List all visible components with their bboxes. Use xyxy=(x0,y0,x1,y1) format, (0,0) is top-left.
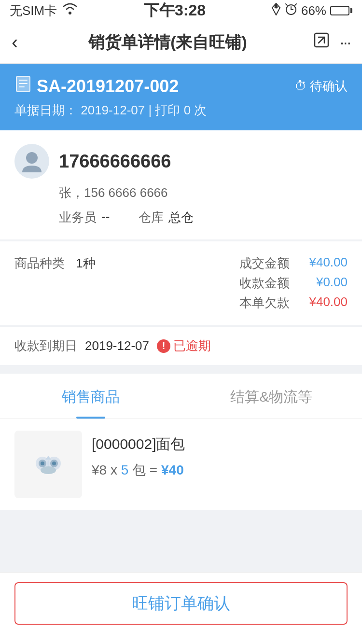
separator: | xyxy=(148,103,155,117)
owing-row: 本单欠款 ¥40.00 xyxy=(232,294,348,311)
amount-row: 成交金额 ¥40.00 xyxy=(232,255,348,272)
svg-line-7 xyxy=(319,37,324,43)
more-button[interactable]: ··· xyxy=(340,33,350,52)
status-bar-left: 无SIM卡 xyxy=(10,2,78,19)
customer-meta: 业务员 -- 仓库 总仓 xyxy=(14,209,348,226)
header-card: SA-20191207-002 ⏱ 待确认 单据日期： 2019-12-07 |… xyxy=(0,64,362,130)
date-label: 单据日期： xyxy=(14,103,77,117)
product-list: [0000002]面包 ¥8 x 5 包 = ¥40 xyxy=(0,419,362,510)
amount-label: 成交金额 xyxy=(232,255,290,272)
product-total: ¥40 xyxy=(161,462,184,477)
order-status-badge: ⏱ 待确认 xyxy=(294,78,348,95)
product-qty: 5 xyxy=(121,462,129,477)
warehouse-item: 仓库 总仓 xyxy=(139,209,194,226)
battery-percent: 66% xyxy=(301,3,326,18)
nav-bar: ‹ 销货单详情(来自旺铺) ··· xyxy=(0,21,362,64)
salesperson-item: 业务员 -- xyxy=(59,209,110,226)
status-bar-time: 下午3:28 xyxy=(144,0,206,21)
product-price: ¥8 x 5 包 = ¥40 xyxy=(92,461,348,479)
alarm-icon xyxy=(285,3,297,19)
sim-text: 无SIM卡 xyxy=(10,2,57,19)
wifi-icon xyxy=(62,3,78,19)
confirm-order-button[interactable]: 旺铺订单确认 xyxy=(14,582,348,625)
print-label: 打印 xyxy=(155,103,180,117)
svg-point-18 xyxy=(52,462,56,465)
warehouse-label: 仓库 xyxy=(139,209,164,226)
owing-label: 本单欠款 xyxy=(232,294,290,311)
order-id-icon xyxy=(14,75,32,97)
tabs: 销售商品 结算&物流等 xyxy=(0,374,362,419)
location-icon xyxy=(271,3,281,19)
due-date-card: 收款到期日 2019-12-07 ! 已逾期 xyxy=(0,327,362,365)
category-row: 商品种类 1种 xyxy=(14,255,96,272)
table-row: [0000002]面包 ¥8 x 5 包 = ¥40 xyxy=(14,431,348,498)
received-value: ¥0.00 xyxy=(299,275,348,292)
order-id-text: SA-20191207-002 xyxy=(37,76,179,97)
product-image xyxy=(14,431,82,498)
overdue-badge: ! 已逾期 xyxy=(157,337,211,354)
page-title: 销货单详情(来自旺铺) xyxy=(88,31,247,54)
svg-point-19 xyxy=(41,466,56,474)
due-label: 收款到期日 xyxy=(14,337,77,354)
overdue-text: 已逾期 xyxy=(173,337,211,354)
customer-phone: 17666666666 xyxy=(59,151,171,172)
received-label: 收款金额 xyxy=(232,275,290,292)
salesperson-value: -- xyxy=(101,209,110,226)
product-name: [0000002]面包 xyxy=(92,434,348,454)
share-button[interactable] xyxy=(313,31,330,53)
product-unit: 包 xyxy=(132,462,146,477)
category-label: 商品种类 xyxy=(14,256,65,270)
warehouse-value: 总仓 xyxy=(168,209,194,226)
svg-point-0 xyxy=(69,12,71,14)
header-date: 单据日期： 2019-12-07 | 打印 0 次 xyxy=(14,102,348,119)
bottom-button-area: 旺铺订单确认 xyxy=(0,572,362,644)
customer-card: 17666666666 张，156 6666 6666 业务员 -- 仓库 总仓 xyxy=(0,130,362,239)
section-divider xyxy=(0,366,362,374)
category-value: 1种 xyxy=(76,256,95,270)
summary-card: 商品种类 1种 成交金额 ¥40.00 收款金额 ¥0.00 本单欠款 ¥40.… xyxy=(0,241,362,325)
summary-left: 商品种类 1种 xyxy=(14,255,96,272)
tab-settlement-logistics[interactable]: 结算&物流等 xyxy=(181,374,362,419)
due-date-value: 2019-12-07 xyxy=(85,338,149,353)
header-top: SA-20191207-002 ⏱ 待确认 xyxy=(14,75,348,97)
svg-point-12 xyxy=(26,152,38,164)
customer-avatar xyxy=(14,144,49,179)
clock-icon: ⏱ xyxy=(294,79,307,94)
date-value: 2019-12-07 xyxy=(81,103,145,117)
svg-point-17 xyxy=(41,462,44,465)
svg-line-5 xyxy=(295,4,296,5)
battery-icon xyxy=(330,6,352,15)
salesperson-label: 业务员 xyxy=(59,209,97,226)
print-unit: 次 xyxy=(194,103,207,117)
overdue-icon: ! xyxy=(157,339,170,353)
product-detail: [0000002]面包 ¥8 x 5 包 = ¥40 xyxy=(92,431,348,479)
svg-line-4 xyxy=(286,4,287,5)
amount-value: ¥40.00 xyxy=(299,255,348,272)
customer-top: 17666666666 xyxy=(14,144,348,179)
owing-value: ¥40.00 xyxy=(299,294,348,311)
nav-right-actions: ··· xyxy=(313,31,350,53)
summary-right: 成交金额 ¥40.00 收款金额 ¥0.00 本单欠款 ¥40.00 xyxy=(232,255,348,311)
unit-price: ¥8 xyxy=(92,462,107,477)
back-button[interactable]: ‹ xyxy=(7,27,23,58)
print-count: 0 xyxy=(184,103,191,117)
status-bar-right: 66% xyxy=(271,3,352,19)
status-text: 待确认 xyxy=(310,78,348,95)
tab-sales-products[interactable]: 销售商品 xyxy=(0,374,181,419)
received-row: 收款金额 ¥0.00 xyxy=(232,275,348,292)
customer-name: 张，156 6666 6666 xyxy=(14,184,348,201)
order-id: SA-20191207-002 xyxy=(14,75,179,97)
status-bar: 无SIM卡 下午3:28 66% xyxy=(0,0,362,21)
